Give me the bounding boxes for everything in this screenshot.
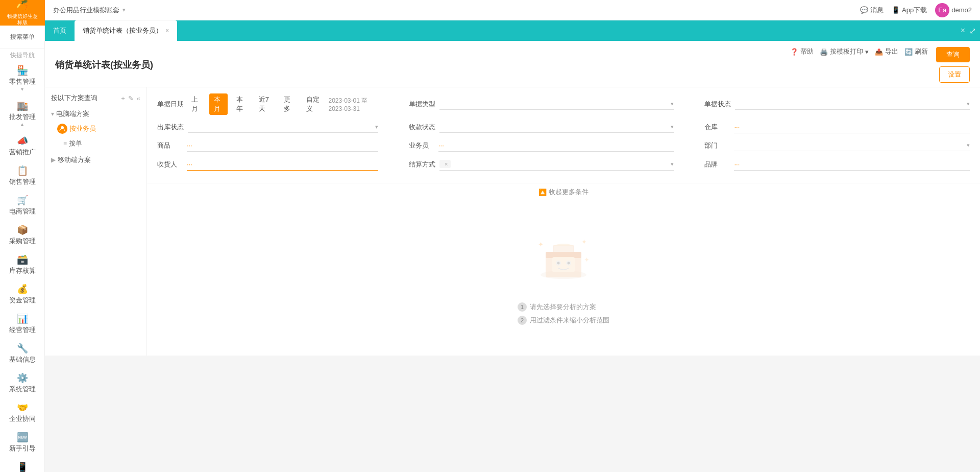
add-scheme-btn[interactable]: + — [121, 95, 125, 102]
tab-actions: × ⤢ — [961, 26, 980, 36]
settings-button[interactable]: 设置 — [939, 66, 970, 83]
sidebar-item-ecommerce[interactable]: 🛒 电商管理 — [0, 191, 44, 220]
brand-dots: ··· — [734, 160, 740, 168]
inventory-icon: 🗃️ — [17, 254, 28, 265]
salesperson-dots: ··· — [438, 141, 444, 149]
svg-text:✦: ✦ — [538, 241, 544, 248]
order-icon: ≡ — [63, 140, 67, 147]
export-label: 导出 — [885, 47, 898, 56]
sidebar-item-basic[interactable]: 🔧 基础信息 — [0, 339, 44, 368]
main-area: 办公用品行业模拟账套 ▾ 💬 消息 📱 App下载 Ea demo2 首页 — [45, 0, 980, 472]
breadcrumb-dropdown-icon[interactable]: ▾ — [122, 7, 126, 13]
left-panel-title: 按以下方案查询 — [51, 93, 97, 103]
department-chevron: ▾ — [967, 142, 970, 149]
tree-item-by-salesperson[interactable]: 按业务员 — [45, 121, 146, 136]
filter-area: 单据日期 上月 本月 本年 近7天 更多 自定义 2023-03-01 至 20… — [147, 87, 980, 183]
date-btn-this-year[interactable]: 本年 — [232, 93, 250, 115]
date-btn-this-month[interactable]: 本月 — [209, 93, 228, 115]
sidebar-item-finance[interactable]: 💰 资金管理 — [0, 279, 44, 309]
query-button[interactable]: 查询 — [936, 47, 970, 62]
sidebar-item-purchase[interactable]: 📦 采购管理 — [0, 220, 44, 250]
app-label: App下载 — [902, 6, 927, 15]
export-btn[interactable]: 📤 导出 — [875, 47, 898, 56]
guide-icon: 🆕 — [17, 432, 28, 443]
sidebar-item-wholesale-label: 批发管理 — [9, 112, 36, 122]
out-status-label: 出库状态 — [157, 123, 184, 132]
tab-active[interactable]: 销货单统计表（按业务员） × — [75, 20, 177, 41]
sidebar-item-operations[interactable]: 📊 经营管理 — [0, 309, 44, 339]
marketing-icon: 📣 — [17, 135, 28, 147]
payment-method-select[interactable]: × ▾ — [439, 158, 674, 171]
filter-out-status: 出库状态 ▾ — [157, 122, 378, 133]
date-btn-custom[interactable]: 自定义 — [302, 93, 325, 115]
tab-maximize-btn[interactable]: ⤢ — [969, 26, 976, 36]
tree-item-by-order[interactable]: ≡ 按单 — [45, 136, 146, 151]
app-icon: 📱 — [892, 6, 900, 14]
sidebar-item-retail[interactable]: 🏪 零售管理 ▾ — [0, 61, 44, 96]
tab-close-btn[interactable]: × — [165, 27, 169, 34]
date-btn-more[interactable]: 更多 — [279, 93, 298, 115]
basic-icon: 🔧 — [17, 343, 28, 354]
refresh-icon: 🔄 — [904, 48, 913, 56]
department-select[interactable]: ▾ — [734, 140, 970, 151]
refresh-btn[interactable]: 🔄 刷新 — [904, 47, 928, 56]
empty-hints: 1 请先选择要分析的方案 2 用过滤条件来缩小分析范围 — [518, 302, 609, 325]
sidebar-item-appstore[interactable]: 📱 应用中心 — [0, 457, 44, 472]
hint-num-1: 1 — [518, 302, 527, 312]
collapse-icon: 🔼 — [538, 188, 547, 196]
tab-home[interactable]: 首页 — [45, 20, 75, 41]
order-type-select[interactable]: ▾ — [439, 99, 674, 110]
filter-payment-status: 收款状态 ▾ — [409, 122, 674, 133]
logo-text: 畅捷信好生意标版 — [7, 13, 38, 26]
logo-icon: 🍊 — [15, 0, 29, 13]
filter-goods: 商品 ··· — [157, 139, 378, 152]
sidebar-item-enterprise[interactable]: 🤝 企业协同 — [0, 398, 44, 428]
user-menu-btn[interactable]: Ea demo2 — [935, 3, 972, 17]
svg-text:✦: ✦ — [584, 256, 590, 264]
salesperson-input[interactable]: ··· — [438, 139, 674, 152]
logo[interactable]: 🍊 畅捷信好生意标版 — [0, 0, 45, 26]
order-status-select[interactable]: ▾ — [735, 99, 970, 110]
filter-row-1: 单据日期 上月 本月 本年 近7天 更多 自定义 2023-03-01 至 20… — [157, 93, 970, 115]
print-btn[interactable]: 🖨️ 按模板打印 ▾ — [820, 47, 869, 56]
person-icon — [59, 126, 65, 132]
sidebar-item-marketing[interactable]: 📣 营销推广 — [0, 131, 44, 161]
filter-date: 单据日期 上月 本月 本年 近7天 更多 自定义 2023-03-01 至 20… — [157, 93, 378, 115]
search-menu-btn[interactable]: 搜索菜单 — [6, 31, 39, 43]
svg-point-8 — [568, 262, 570, 265]
sidebar-item-sales[interactable]: 📋 销售管理 — [0, 161, 44, 191]
goods-input[interactable]: ··· — [187, 139, 378, 152]
receiver-input[interactable]: ··· — [187, 158, 378, 171]
sidebar-item-inventory[interactable]: 🗃️ 库存核算 — [0, 250, 44, 279]
help-label: 帮助 — [800, 47, 814, 56]
filter-salesperson: 业务员 ··· — [409, 139, 674, 152]
print-icon: 🖨️ — [820, 48, 828, 56]
help-btn[interactable]: ❓ 帮助 — [790, 47, 814, 56]
goods-label: 商品 — [157, 141, 183, 150]
filter-warehouse: 仓库 ··· — [704, 121, 970, 133]
message-btn[interactable]: 💬 消息 — [860, 6, 884, 15]
tab-close-window-btn[interactable]: × — [961, 26, 965, 35]
empty-illustration: ✦ ✦ ✦ — [533, 231, 594, 292]
payment-status-select[interactable]: ▾ — [439, 122, 674, 133]
page: 销货单统计表(按业务员) ❓ 帮助 🖨️ 按模板打印 ▾ � — [45, 41, 980, 356]
payment-status-chevron: ▾ — [671, 124, 674, 130]
payment-tag-close-btn[interactable]: × — [445, 161, 448, 167]
brand-input[interactable]: ··· — [734, 158, 970, 171]
collapse-panel-btn[interactable]: « — [137, 95, 140, 102]
page-title: 销货单统计表(按业务员) — [55, 59, 153, 71]
app-download-btn[interactable]: 📱 App下载 — [892, 6, 927, 15]
sidebar-item-wholesale[interactable]: 🏬 批发管理 ▲ — [0, 96, 44, 131]
collapse-bar[interactable]: 🔼 收起更多条件 — [147, 183, 980, 201]
sidebar-item-guide[interactable]: 🆕 新手引导 — [0, 428, 44, 457]
warehouse-input[interactable]: ··· — [734, 121, 970, 133]
print-label: 按模板打印 — [830, 47, 863, 56]
hint-text-2: 用过滤条件来缩小分析范围 — [530, 316, 609, 325]
edit-scheme-btn[interactable]: ✎ — [128, 95, 134, 102]
out-status-select[interactable]: ▾ — [188, 122, 378, 133]
active-scheme-label: 按业务员 — [69, 124, 96, 133]
date-btn-last-7days[interactable]: 近7天 — [254, 93, 275, 115]
date-btn-last-month[interactable]: 上月 — [187, 93, 205, 115]
left-panel-header: 按以下方案查询 + ✎ « — [45, 91, 146, 107]
sidebar-item-system[interactable]: ⚙️ 系统管理 — [0, 368, 44, 398]
